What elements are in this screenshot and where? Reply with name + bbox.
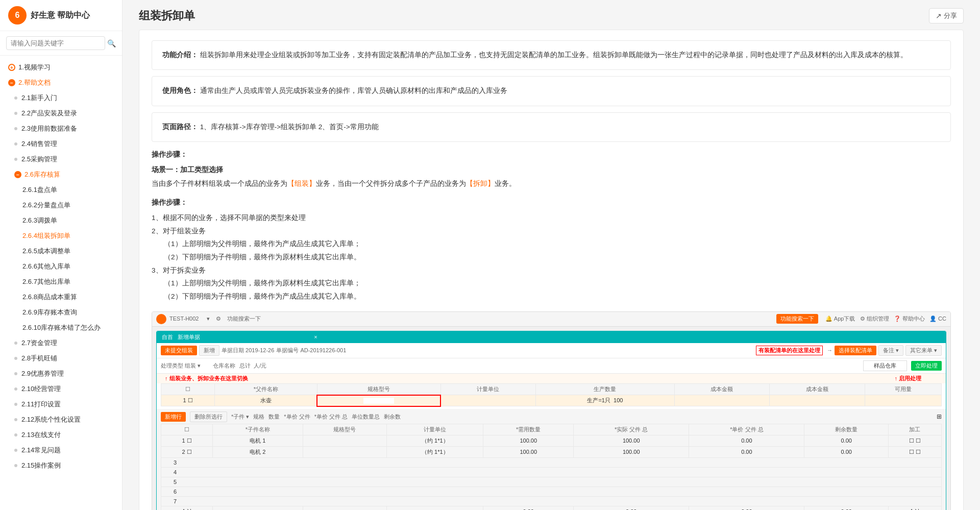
row1-spec: [317, 395, 440, 406]
row1-unit: [440, 395, 535, 406]
sidebar-item-2-3[interactable]: 2.3使用前数据准备: [0, 121, 122, 136]
sidebar-item-help-docs[interactable]: 2.帮助文档: [0, 75, 122, 90]
row1-check: 1 ☐: [161, 395, 215, 406]
step-1: 1、根据不同的业务，选择不同单据的类型来处理: [152, 211, 951, 225]
lcol-unit2: 计量单位: [387, 424, 483, 435]
sidebar-item-2-6[interactable]: 2.6库存核算: [0, 167, 122, 182]
lrow2-check: 2 ☐: [161, 446, 213, 457]
sidebar-label-2-6: 2.6库存核算: [24, 170, 60, 179]
fake-confirm-btn: 立即处理: [911, 361, 942, 371]
lfoot-qty: 0.00: [483, 506, 574, 510]
sidebar-item-2-5[interactable]: 2.5采购管理: [0, 152, 122, 167]
fake-template-label: *子件 ▾: [231, 413, 249, 421]
sidebar-item-2-6-6[interactable]: 2.6.6其他入库单: [0, 259, 122, 274]
sidebar-item-video-learning[interactable]: 1.视频学习: [0, 60, 122, 75]
lrow1-cost: 0.00: [689, 435, 804, 446]
step-3: 3、对于拆卖业务: [152, 264, 951, 277]
sidebar-item-2-9[interactable]: 2.9优惠券管理: [0, 366, 122, 381]
lrow7: 7: [161, 496, 942, 506]
fake-app-frame: 自首 新增单据 × 未提交组装 新增 单据日期 2019-12-: [156, 331, 946, 510]
sidebar-item-2-6-3[interactable]: 2.6.3调拨单: [0, 213, 122, 228]
fake-expand-icon: ⊞: [937, 413, 942, 420]
sidebar-item-2-6-5[interactable]: 2.6.5成本调整单: [0, 244, 122, 259]
col-cost: 成本金额: [674, 383, 769, 395]
sidebar-item-2-6-10[interactable]: 2.6.10库存账本错了怎么办: [0, 320, 122, 335]
step-2: 2、对于组装业务: [152, 225, 951, 238]
search-input[interactable]: [6, 36, 105, 50]
lrow2-cost: 0.00: [689, 446, 804, 457]
lrow1-name: 电机 1: [212, 435, 303, 446]
dot-2-1: [14, 96, 17, 100]
fake-more-btn: 其它来单 ▾: [905, 345, 942, 356]
sidebar-label-2-9: 2.9优惠券管理: [21, 369, 64, 378]
sidebar-item-2-2[interactable]: 2.2产品安装及登录: [0, 106, 122, 121]
dot-2-10: [14, 387, 17, 391]
sidebar-item-2-1[interactable]: 2.1新手入门: [0, 90, 122, 106]
expand-icon-2-6: [14, 171, 21, 178]
main-content: 组装拆卸单 ↗ 分享 功能介绍： 组装拆卸单用来处理企业组装或拆卸等加工业务，支…: [122, 0, 980, 510]
fake-name-label: 仓库名称: [213, 362, 235, 370]
lrow1-actual: 100.00: [574, 435, 689, 446]
sidebar-label-2-2: 2.2产品安装及登录: [21, 109, 77, 118]
lfoot-actual: 0.00: [574, 506, 689, 510]
expand-icon-2: [8, 79, 15, 86]
sidebar-item-2-6-9[interactable]: 2.6.9库存账本查询: [0, 305, 122, 320]
lfoot-2: [303, 506, 386, 510]
sidebar-item-2-11[interactable]: 2.11打印设置: [0, 397, 122, 412]
sidebar-item-2-6-1[interactable]: 2.6.1盘点单: [0, 182, 122, 198]
lfoot-3: [387, 506, 483, 510]
sidebar-label-2-6-4: 2.6.4组装拆卸单: [22, 231, 70, 240]
sidebar-item-2-4[interactable]: 2.4销售管理: [0, 136, 122, 152]
sidebar-label-2-7: 2.7资金管理: [21, 338, 57, 348]
sidebar-label-2-6-5: 2.6.5成本调整单: [22, 247, 70, 256]
sidebar-item-2-12[interactable]: 2.12系统个性化设置: [0, 412, 122, 427]
sidebar-item-2-10[interactable]: 2.10经营管理: [0, 381, 122, 397]
fake-qty-label: 总计 人/元: [239, 362, 266, 370]
lcol-op: 加工: [888, 424, 941, 435]
sidebar-item-2-8[interactable]: 2.8手机旺铺: [0, 351, 122, 366]
lrow2-remain: 0.00: [804, 446, 888, 457]
lrow1-op: ☐ ☐: [888, 435, 941, 446]
dot-2-8: [14, 357, 17, 360]
dot-2-5: [14, 158, 17, 161]
sub-step-3-1: （1）上部明细为父件明细，最终作为原材料生成其它出库单；: [164, 277, 951, 290]
fake-orange-btn: 功能搜索一下: [776, 314, 818, 324]
sidebar-label-2-6-8: 2.6.8商品成本重算: [22, 293, 77, 302]
row1-cost2: [770, 395, 865, 406]
fake-input-area: 样品仓库: [863, 360, 907, 371]
sidebar-label-2-8: 2.8手机旺铺: [21, 354, 57, 363]
sidebar-item-2-7[interactable]: 2.7资金管理: [0, 335, 122, 351]
path-block: 页面路径： 1、库存核算->库存管理->组装拆卸单 2、首页->常用功能: [152, 112, 951, 142]
sidebar-label-2-15: 2.15操作案例: [21, 461, 61, 470]
app-title: 好生意 帮助中心: [31, 10, 90, 21]
col-spec: 规格型号: [317, 383, 440, 395]
scene-title: 场景一：加工类型选择: [152, 165, 951, 175]
lrow2-qty: 100.00: [483, 446, 574, 457]
lcol-spec2: 规格型号: [303, 424, 386, 435]
share-button[interactable]: ↗ 分享: [929, 8, 964, 23]
col-price: 生产数量: [536, 383, 675, 395]
sidebar-item-2-14[interactable]: 2.14常见问题: [0, 443, 122, 458]
fake-cost-label: *单价 父件: [284, 413, 310, 421]
sidebar-item-2-6-8[interactable]: 2.6.8商品成本重算: [0, 289, 122, 305]
sidebar-label-2-6-10: 2.6.10库存账本错了怎么办: [22, 323, 101, 332]
col-total: 成本金额: [770, 383, 865, 395]
lrow2-unit: （约 1*1）: [387, 446, 483, 457]
sub-step-2-1: （1）上部明细为父件明细，最终作为产成品生成其它入库单；: [164, 237, 951, 251]
lrow1-spec: [303, 435, 386, 446]
dot-2-7: [14, 342, 17, 345]
lcol-cost4: 剩余数量: [804, 424, 888, 435]
sidebar-item-2-6-2[interactable]: 2.6.2分量盘点单: [0, 198, 122, 213]
sidebar-item-2-15[interactable]: 2.15操作案例: [0, 458, 122, 473]
sub-step-3-2: （2）下部明细为子件明细，最终作为产成品生成其它入库单。: [164, 290, 951, 303]
sidebar-nav: 1.视频学习 2.帮助文档 2.1新手入门 2.2产品安装及登录 2.3使用前数…: [0, 56, 122, 510]
screenshot-inner: TEST-H002 ▾ ⚙ 功能搜索一下 功能搜索一下 🔔 App下载 ⚙ 组织…: [152, 312, 950, 510]
lrow6: 6: [161, 487, 942, 496]
col-name: *父件名称: [215, 383, 317, 395]
search-icon[interactable]: 🔍: [107, 39, 116, 47]
sidebar-item-2-6-7[interactable]: 2.6.7其他出库单: [0, 274, 122, 289]
sidebar-item-2-6-4[interactable]: 2.6.4组装拆卸单: [0, 228, 122, 244]
page-title: 组装拆卸单: [139, 8, 195, 23]
col-qty: 计量单位: [440, 383, 535, 395]
sidebar-item-2-13[interactable]: 2.13在线支付: [0, 427, 122, 443]
